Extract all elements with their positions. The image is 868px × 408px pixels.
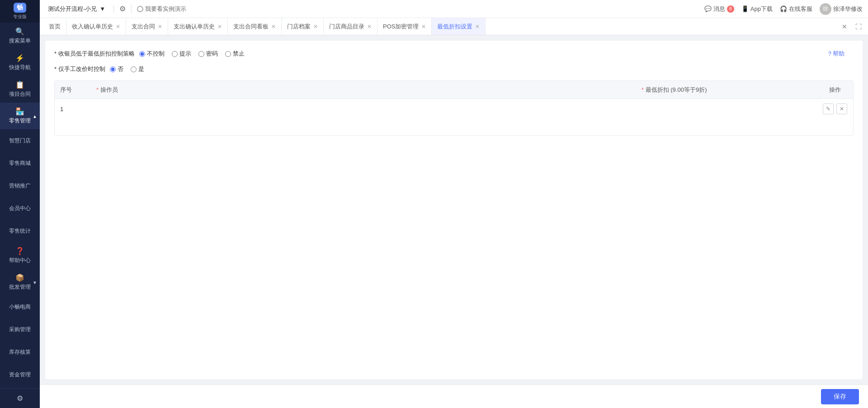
gear-button[interactable]: ⚙ <box>119 5 126 13</box>
option-forbid[interactable]: 禁止 <box>225 50 245 58</box>
delete-button[interactable]: ✕ <box>836 103 847 114</box>
sidebar-item-label: 采购管理 <box>9 326 31 333</box>
fullscreen-button[interactable]: ⛶ <box>853 22 864 31</box>
edit-button[interactable]: ✎ <box>823 103 834 114</box>
tab-label: 支出合同 <box>132 23 155 31</box>
flash-icon: ⚡ <box>15 54 24 62</box>
tab-pos-encrypt[interactable]: POS加密管理 ✕ <box>377 18 432 35</box>
sidebar-item-retail-stats[interactable]: 零售统计 <box>0 220 40 242</box>
arrow-icon: ▲ <box>33 113 37 118</box>
save-button[interactable]: 保存 <box>821 389 859 404</box>
tabs-actions: ✕ ⛶ <box>839 22 864 31</box>
sidebar-settings[interactable]: ⚙ <box>0 388 40 408</box>
th-action: 操作 <box>817 86 853 94</box>
sidebar-item-ecommerce[interactable]: 小畅电商 <box>0 295 40 318</box>
project-selector[interactable]: 测试分开流程-小兄 ▼ <box>45 4 108 14</box>
td-action: ✎ ✕ <box>817 103 853 114</box>
service-icon: 🎧 <box>780 5 787 12</box>
tab-label: 收入确认单历史 <box>72 23 113 31</box>
logo-icon: 畅 <box>14 3 26 13</box>
user-menu[interactable]: 徐 徐泽华修改 <box>820 3 863 15</box>
option-password[interactable]: 密码 <box>198 50 218 58</box>
message-button[interactable]: 💬 消息 8 <box>704 5 734 13</box>
sidebar-item-wholesale[interactable]: 📦 批发管理 ▼ <box>0 269 40 295</box>
sidebar-item-label: 会员中心 <box>9 205 31 212</box>
tab-expense-board[interactable]: 支出合同看板 ✕ <box>228 18 282 35</box>
table-row: 1 ✎ ✕ <box>55 99 853 119</box>
tab-close-icon[interactable]: ✕ <box>158 23 162 30</box>
topbar: 测试分开流程-小兄 ▼ ⚙ 我要看实例演示 💬 消息 8 📱 App下载 🎧 <box>40 0 868 18</box>
sidebar-item-retail-mall[interactable]: 零售商城 <box>0 152 40 174</box>
contract-icon: 📋 <box>15 80 24 89</box>
sidebar-item-retail[interactable]: 🏪 零售管理 ▲ <box>0 103 40 129</box>
avatar: 徐 <box>820 3 831 15</box>
app-download-button[interactable]: 📱 App下载 <box>741 5 773 13</box>
topbar-right: 💬 消息 8 📱 App下载 🎧 在线客服 徐 徐泽华修改 <box>704 3 863 15</box>
th-seq: 序号 <box>55 86 91 94</box>
table-container: 序号 * 操作员 * 最低折扣 (9.00等于9折) 操作 1 <box>54 80 854 136</box>
sidebar-item-purchase[interactable]: 采购管理 <box>0 318 40 341</box>
sidebar-item-quick-nav[interactable]: ⚡ 快捷导航 <box>0 49 40 76</box>
tab-close-icon[interactable]: ✕ <box>116 23 120 30</box>
th-operator: * 操作员 <box>91 86 636 94</box>
online-service-button[interactable]: 🎧 在线客服 <box>780 5 812 13</box>
manual-control-options: 否 是 <box>110 65 144 73</box>
option-yes[interactable]: 是 <box>131 65 144 73</box>
settings-icon: ⚙ <box>17 394 23 403</box>
tab-close-icon[interactable]: ✕ <box>475 23 480 30</box>
td-seq: 1 <box>55 106 91 113</box>
tab-home[interactable]: 首页 <box>43 18 66 35</box>
sidebar-item-search[interactable]: 🔍 搜索菜单 <box>0 23 40 49</box>
tab-label: POS加密管理 <box>383 23 419 31</box>
sidebar-item-label: 营销推广 <box>9 182 31 190</box>
divider <box>131 5 132 13</box>
tab-expense-confirm-history[interactable]: 支出确认单历史 ✕ <box>168 18 228 35</box>
sidebar-item-label: 零售统计 <box>9 227 31 235</box>
option-no[interactable]: 否 <box>110 65 123 73</box>
tab-revenue-history[interactable]: 收入确认单历史 ✕ <box>66 18 126 35</box>
tab-expense-contract[interactable]: 支出合同 ✕ <box>126 18 168 35</box>
tab-label: 门店商品目录 <box>329 23 364 31</box>
tab-min-discount[interactable]: 最低折扣设置 ✕ <box>432 18 486 35</box>
tab-close-icon[interactable]: ✕ <box>271 23 276 30</box>
tab-label: 支出合同看板 <box>233 23 269 31</box>
control-strategy-label: * 收银员低于最低折扣控制策略 <box>54 50 135 58</box>
sidebar-item-label: 批发管理 <box>9 283 31 291</box>
download-icon: 📱 <box>741 5 749 12</box>
sidebar-item-help[interactable]: ❓ 帮助中心 <box>0 242 40 269</box>
online-service-label: 在线客服 <box>789 5 812 13</box>
tab-close-icon[interactable]: ✕ <box>313 23 318 30</box>
sidebar-item-label: 帮助中心 <box>9 257 31 264</box>
manual-control-row: * 仅手工改价时控制 否 是 <box>54 65 844 73</box>
tab-store-archive[interactable]: 门店档案 ✕ <box>282 18 324 35</box>
sidebar-item-label: 智慧门店 <box>9 137 31 145</box>
sidebar-item-smart-store[interactable]: 智慧门店 <box>0 129 40 152</box>
divider <box>113 5 114 13</box>
option-remind[interactable]: 提示 <box>172 50 191 58</box>
tab-store-products[interactable]: 门店商品目录 ✕ <box>324 18 377 35</box>
sidebar-nav: 🔍 搜索菜单 ⚡ 快捷导航 📋 项目合同 🏪 零售管理 ▲ 智慧门店 零售商城 … <box>0 23 40 388</box>
sidebar-item-finance[interactable]: 资金管理 <box>0 363 40 386</box>
arrow-icon: ▼ <box>33 280 37 285</box>
help-icon: ❓ <box>15 247 24 255</box>
tab-close-icon[interactable]: ✕ <box>421 23 426 30</box>
retail-icon: 🏪 <box>15 107 24 116</box>
sidebar-item-label: 快捷导航 <box>9 64 31 71</box>
demo-button[interactable]: 我要看实例演示 <box>137 5 186 13</box>
close-tab-button[interactable]: ✕ <box>839 22 850 31</box>
page-footer: 保存 <box>40 385 868 408</box>
tab-label: 首页 <box>49 23 61 31</box>
sidebar-item-member[interactable]: 会员中心 <box>0 197 40 220</box>
required-mark: * <box>96 86 100 93</box>
control-strategy-row: * 收银员低于最低折扣控制策略 不控制 提示 密码 <box>54 50 844 58</box>
sidebar-item-inventory[interactable]: 库存核算 <box>0 341 40 363</box>
sidebar-item-label: 零售管理 <box>9 117 31 125</box>
sidebar-item-project[interactable]: 📋 项目合同 <box>0 76 40 103</box>
sidebar-item-label: 库存核算 <box>9 348 31 356</box>
sidebar-item-label: 搜索菜单 <box>9 37 31 45</box>
option-no-control[interactable]: 不控制 <box>139 50 165 58</box>
tab-close-icon[interactable]: ✕ <box>217 23 222 30</box>
sidebar-item-marketing[interactable]: 营销推广 <box>0 174 40 197</box>
tab-close-icon[interactable]: ✕ <box>367 23 372 30</box>
help-link[interactable]: ？帮助 <box>827 50 844 58</box>
